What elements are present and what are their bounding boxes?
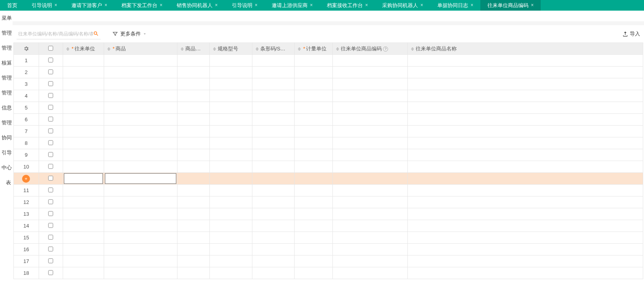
gear-icon[interactable] [17, 43, 35, 54]
row-checkbox[interactable] [49, 258, 53, 263]
table-row[interactable]: 17 [14, 256, 643, 267]
table-row[interactable]: 12 [14, 196, 643, 208]
table-row[interactable]: 14 [14, 220, 643, 232]
tab[interactable]: 引导说明× [24, 0, 64, 11]
table-row[interactable]: 9 [14, 149, 643, 161]
table-row[interactable]: 5 [14, 102, 643, 114]
tab[interactable]: 销售协同机器人× [170, 0, 225, 11]
help-icon[interactable]: ? [383, 46, 388, 52]
sidebar-item[interactable]: 管理 [0, 26, 13, 41]
row-checkbox[interactable] [49, 176, 53, 180]
table-row[interactable]: 10 [14, 161, 643, 173]
sort-icon[interactable] [298, 47, 301, 51]
sidebar-item[interactable]: 管理 [0, 85, 13, 100]
table-row[interactable]: 3 [14, 78, 643, 90]
tab[interactable]: 首页 [0, 0, 24, 11]
sort-icon[interactable] [336, 47, 339, 51]
column-header[interactable]: 规格型号 [210, 43, 252, 55]
table-row[interactable]: 2 [14, 67, 643, 78]
row-checkbox[interactable] [49, 105, 53, 109]
column-header[interactable]: *计量单位 [294, 43, 333, 55]
row-checkbox[interactable] [49, 117, 53, 121]
column-header[interactable]: 往来单位商品编码? [333, 43, 408, 55]
row-checkbox[interactable] [49, 128, 53, 133]
cell-input[interactable] [64, 173, 103, 184]
row-checkbox[interactable] [49, 81, 53, 86]
table-row[interactable]: 6 [14, 114, 643, 126]
row-checkbox[interactable] [49, 140, 53, 145]
row-checkbox[interactable] [49, 199, 53, 204]
sidebar-item[interactable]: 菜单 [0, 11, 13, 26]
close-icon[interactable]: × [531, 0, 534, 11]
sidebar-item[interactable]: 引导 [0, 145, 13, 160]
sort-icon[interactable] [411, 47, 414, 51]
search-icon[interactable] [93, 31, 99, 37]
sidebar-item[interactable]: 信息 [0, 100, 13, 115]
sort-icon[interactable] [256, 47, 259, 51]
cell-input[interactable] [105, 173, 176, 184]
row-checkbox[interactable] [49, 235, 53, 239]
row-checkbox[interactable] [49, 93, 53, 98]
row-checkbox[interactable] [49, 69, 53, 74]
sidebar-item[interactable]: 中心 [0, 160, 13, 175]
row-checkbox[interactable] [49, 164, 53, 168]
row-checkbox[interactable] [49, 152, 53, 157]
close-icon[interactable]: × [310, 0, 313, 11]
row-checkbox[interactable] [49, 246, 53, 251]
tab[interactable]: 往来单位商品编码× [480, 0, 541, 11]
column-header[interactable]: 往来单位商品名称 [407, 43, 643, 55]
table-row[interactable]: 15 [14, 232, 643, 244]
tab[interactable]: 邀请上游供应商× [265, 0, 320, 11]
table-row[interactable]: 13 [14, 208, 643, 220]
sidebar-item[interactable]: 表 [0, 175, 13, 190]
close-icon[interactable]: × [420, 0, 423, 11]
tab[interactable]: 引导说明× [225, 0, 265, 11]
close-icon[interactable]: × [105, 0, 107, 11]
column-header[interactable]: *商品 [104, 43, 177, 55]
add-row-button[interactable] [22, 175, 30, 183]
sort-icon[interactable] [66, 47, 69, 51]
column-header[interactable]: 商品… [177, 43, 209, 55]
row-checkbox[interactable] [49, 187, 53, 192]
sort-icon[interactable] [107, 47, 110, 51]
column-header[interactable]: 条形码/S… [252, 43, 294, 55]
column-header[interactable]: *往来单位 [63, 43, 104, 55]
row-checkbox[interactable] [49, 270, 53, 275]
table-row[interactable]: 7 [14, 126, 643, 137]
table-row[interactable]: 11 [14, 185, 643, 196]
row-checkbox[interactable] [49, 57, 53, 62]
data-cell [333, 267, 408, 279]
close-icon[interactable]: × [54, 0, 57, 11]
tab[interactable]: 档案下发工作台× [114, 0, 170, 11]
search-input[interactable] [18, 29, 93, 39]
sidebar-item[interactable]: 管理 [0, 70, 13, 85]
sidebar-item[interactable]: 管理 [0, 115, 13, 130]
tab[interactable]: 档案接收工作台× [320, 0, 375, 11]
sort-icon[interactable] [181, 47, 184, 51]
more-filter-toggle[interactable]: 更多条件 [112, 30, 149, 37]
row-checkbox[interactable] [49, 223, 53, 228]
tab[interactable]: 邀请下游客户× [64, 0, 114, 11]
close-icon[interactable]: × [160, 0, 162, 11]
table-row[interactable]: 1 [14, 55, 643, 67]
sidebar-item[interactable]: 管理 [0, 41, 13, 56]
sidebar-item[interactable]: 协同 [0, 130, 13, 145]
data-cell [294, 114, 333, 126]
table-row[interactable]: 4 [14, 90, 643, 102]
table-row[interactable]: 16 [14, 244, 643, 256]
export-button[interactable]: 导入 [622, 30, 640, 37]
data-cell [252, 173, 294, 185]
sort-icon[interactable] [213, 47, 216, 51]
tab[interactable]: 采购协同机器人× [375, 0, 430, 11]
close-icon[interactable]: × [470, 0, 473, 11]
table-row[interactable] [14, 173, 643, 185]
close-icon[interactable]: × [255, 0, 258, 11]
select-all-checkbox[interactable] [49, 46, 53, 50]
close-icon[interactable]: × [215, 0, 218, 11]
close-icon[interactable]: × [365, 0, 368, 11]
sidebar-item[interactable]: 核算 [0, 56, 13, 70]
table-row[interactable]: 8 [14, 137, 643, 149]
row-checkbox[interactable] [49, 211, 53, 216]
tab[interactable]: 单据协同日志× [430, 0, 480, 11]
table-row[interactable]: 18 [14, 267, 643, 279]
